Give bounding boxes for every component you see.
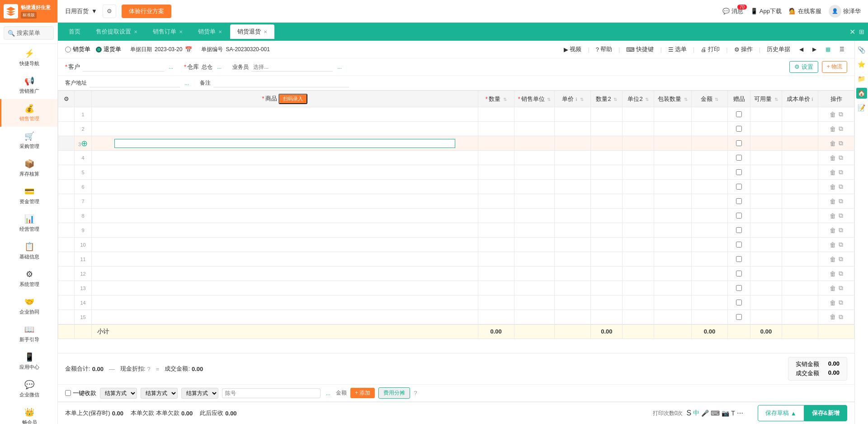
col-gift-11[interactable]	[728, 252, 750, 267]
prev-doc-button[interactable]: ◀	[797, 45, 806, 53]
col-cost-5[interactable]	[782, 165, 818, 180]
tab-price-settings[interactable]: 售价提取设置 ✕	[89, 24, 145, 39]
col-gift-13[interactable]	[728, 281, 750, 295]
copy-row-7[interactable]: ⧉	[839, 197, 843, 205]
col-gift-2[interactable]	[728, 122, 750, 136]
col-amount-3[interactable]	[692, 136, 728, 151]
col-qty-2[interactable]	[478, 122, 514, 136]
keyboard-icon[interactable]: ⌨	[711, 410, 720, 417]
gift-checkbox-9[interactable]	[736, 227, 742, 233]
customer-select-button[interactable]: ...	[167, 64, 175, 70]
delete-row-12[interactable]: 🗑	[830, 270, 836, 277]
col-qty2-4[interactable]	[591, 151, 623, 165]
col-product-5[interactable]	[92, 165, 478, 180]
copy-row-13[interactable]: ⧉	[839, 284, 843, 292]
gift-checkbox-1[interactable]	[736, 111, 742, 117]
col-qty-11[interactable]	[478, 252, 514, 267]
search-menu-button[interactable]: 🔍 搜索菜单	[4, 26, 54, 40]
gift-checkbox-2[interactable]	[736, 126, 742, 132]
right-panel-attachment[interactable]: 📎	[856, 44, 867, 55]
warehouse-select-button[interactable]: ...	[215, 64, 223, 70]
col-avail-14[interactable]	[750, 295, 782, 310]
video-button[interactable]: ▶ 视频	[561, 44, 584, 54]
col-unit2-3[interactable]	[623, 136, 654, 151]
col-avail-15[interactable]	[750, 310, 782, 324]
col-amount-13[interactable]	[692, 281, 728, 295]
delete-row-7[interactable]: 🗑	[830, 198, 836, 205]
sidebar-item-shortcut[interactable]: ⚡ 快捷导航	[0, 44, 57, 71]
col-amount-10[interactable]	[692, 238, 728, 252]
col-qty-5[interactable]	[478, 165, 514, 180]
col-product-10[interactable]	[92, 238, 478, 252]
pack-sort-icon[interactable]: ⇅	[684, 97, 688, 102]
sidebar-item-finance[interactable]: 💳 资金管理	[0, 182, 57, 210]
gift-checkbox-5[interactable]	[736, 169, 742, 175]
one-key-checkbox[interactable]: 一键收款	[65, 389, 96, 397]
col-price-15[interactable]	[555, 310, 591, 324]
col-unit-12[interactable]	[514, 267, 555, 281]
col-price-5[interactable]	[555, 165, 591, 180]
sidebar-item-inventory[interactable]: 📦 库存核算	[0, 154, 57, 182]
col-pack-14[interactable]	[654, 295, 692, 310]
col-qty2-1[interactable]	[591, 107, 623, 122]
cost-info-icon[interactable]: ℹ	[811, 97, 813, 102]
copy-row-14[interactable]: ⧉	[839, 299, 843, 306]
delete-row-8[interactable]: 🗑	[830, 212, 836, 219]
col-pack-9[interactable]	[654, 223, 692, 238]
col-qty2-7[interactable]	[591, 194, 623, 209]
delete-row-10[interactable]: 🗑	[830, 241, 836, 248]
tab-home[interactable]: 首页	[61, 24, 88, 39]
col-qty2-6[interactable]	[591, 180, 623, 194]
col-product-9[interactable]	[92, 223, 478, 238]
col-unit2-10[interactable]	[623, 238, 654, 252]
equals-sign[interactable]: =	[156, 366, 160, 372]
col-unit2-14[interactable]	[623, 295, 654, 310]
col-price-13[interactable]	[555, 281, 591, 295]
col-cost-3[interactable]	[782, 136, 818, 151]
col-amount-4[interactable]	[692, 151, 728, 165]
col-product-11[interactable]	[92, 252, 478, 267]
avail-sort-icon[interactable]: ⇅	[774, 97, 778, 102]
cash-discount-help[interactable]: ?	[147, 366, 151, 372]
gift-checkbox-6[interactable]	[736, 184, 742, 190]
col-pack-5[interactable]	[654, 165, 692, 180]
col-product-7[interactable]	[92, 194, 478, 209]
copy-row-3[interactable]: ⧉	[839, 139, 843, 147]
sidebar-item-enterprise[interactable]: 🤝 企业协同	[0, 292, 57, 320]
note-input[interactable]	[213, 79, 349, 87]
sidebar-item-operations[interactable]: 📊 经营管理	[0, 210, 57, 237]
col-product-14[interactable]	[92, 295, 478, 310]
col-pack-6[interactable]	[654, 180, 692, 194]
col-gift-9[interactable]	[728, 223, 750, 238]
col-price-12[interactable]	[555, 267, 591, 281]
grid-view-button[interactable]: ▦	[823, 45, 833, 53]
col-unit2-1[interactable]	[623, 107, 654, 122]
col-unit-2[interactable]	[514, 122, 555, 136]
s-icon[interactable]: S	[687, 409, 692, 417]
col-gift-12[interactable]	[728, 267, 750, 281]
col-unit2-12[interactable]	[623, 267, 654, 281]
col-unit2-5[interactable]	[623, 165, 654, 180]
col-price-9[interactable]	[555, 223, 591, 238]
col-qty2-8[interactable]	[591, 209, 623, 223]
customer-input[interactable]	[83, 63, 164, 71]
col-cost-12[interactable]	[782, 267, 818, 281]
col-qty2-3[interactable]	[591, 136, 623, 151]
address-input[interactable]	[90, 79, 180, 87]
gift-checkbox-13[interactable]	[736, 285, 742, 291]
col-cost-7[interactable]	[782, 194, 818, 209]
operation-button[interactable]: ⚙ 操作	[731, 44, 755, 54]
col-unit2-7[interactable]	[623, 194, 654, 209]
col-cost-9[interactable]	[782, 223, 818, 238]
gift-checkbox-14[interactable]	[736, 300, 742, 305]
col-unit-11[interactable]	[514, 252, 555, 267]
help-button[interactable]: ? 帮助	[593, 44, 615, 54]
col-unit-15[interactable]	[514, 310, 555, 324]
col-pack-4[interactable]	[654, 151, 692, 165]
account-select-button[interactable]: ...	[324, 390, 332, 396]
col-gift-14[interactable]	[728, 295, 750, 310]
online-service-button[interactable]: 💁 在线客服	[789, 7, 821, 15]
col-qty-10[interactable]	[478, 238, 514, 252]
sidebar-item-wechat[interactable]: 💬 企业微信	[0, 375, 57, 403]
col-gift-6[interactable]	[728, 180, 750, 194]
